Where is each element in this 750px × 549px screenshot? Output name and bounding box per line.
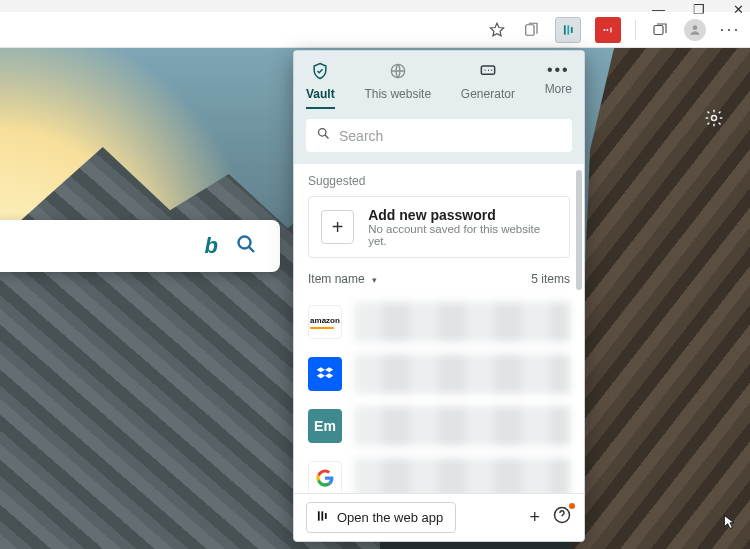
- em-favicon-icon: Em: [308, 409, 342, 443]
- open-web-app-button[interactable]: Open the web app: [306, 502, 456, 533]
- add-password-card[interactable]: + Add new password No account saved for …: [308, 196, 570, 258]
- tab-label: This website: [364, 87, 431, 101]
- popup-footer: Open the web app +: [294, 493, 584, 541]
- items-count: 5 items: [531, 272, 570, 286]
- tab-label: Vault: [306, 87, 335, 101]
- tab-this-website[interactable]: This website: [364, 61, 431, 109]
- add-password-subtitle: No account saved for this website yet.: [368, 223, 557, 247]
- item-details-redacted: [354, 458, 570, 493]
- svg-rect-14: [318, 511, 320, 520]
- items-list: amazon Em: [308, 296, 570, 493]
- item-details-redacted: [354, 302, 570, 342]
- tab-more[interactable]: ••• More: [545, 61, 572, 109]
- collections-icon[interactable]: [521, 20, 541, 40]
- svg-rect-2: [567, 25, 569, 34]
- titlebar: [0, 0, 750, 12]
- tabs-overview-icon[interactable]: [650, 20, 670, 40]
- list-item[interactable]: amazon: [308, 296, 570, 348]
- tab-generator[interactable]: Generator: [461, 61, 515, 109]
- svg-rect-3: [571, 27, 573, 33]
- open-web-app-label: Open the web app: [337, 510, 443, 525]
- help-button[interactable]: [552, 505, 572, 530]
- item-details-redacted: [354, 406, 570, 446]
- dashlane-popup: Vault This website Generator ••• More: [293, 50, 585, 542]
- svg-rect-16: [325, 513, 327, 519]
- window-maximize-icon[interactable]: ❐: [693, 2, 705, 17]
- google-favicon-icon: [308, 461, 342, 493]
- svg-point-13: [319, 129, 327, 137]
- suggested-heading: Suggested: [308, 174, 570, 188]
- svg-point-10: [239, 237, 251, 249]
- list-item[interactable]: [308, 348, 570, 400]
- globe-icon: [388, 61, 408, 84]
- scrollbar[interactable]: [576, 170, 582, 290]
- svg-point-4: [603, 29, 605, 31]
- add-password-title: Add new password: [368, 207, 557, 223]
- items-list-header: Item name ▾ 5 items: [308, 272, 570, 286]
- window-minimize-icon[interactable]: —: [652, 2, 665, 17]
- tab-vault[interactable]: Vault: [306, 61, 335, 109]
- popup-body: Suggested + Add new password No account …: [294, 164, 584, 493]
- popup-tabs: Vault This website Generator ••• More: [306, 61, 572, 109]
- svg-point-9: [712, 116, 717, 121]
- window-close-icon[interactable]: ✕: [733, 2, 744, 17]
- svg-rect-1: [564, 25, 566, 34]
- browser-menu-icon[interactable]: ···: [720, 20, 740, 40]
- profile-avatar[interactable]: [684, 19, 706, 41]
- more-icon: •••: [547, 61, 570, 79]
- page-settings-icon[interactable]: [704, 108, 724, 132]
- svg-point-5: [606, 29, 608, 31]
- svg-rect-0: [526, 24, 534, 35]
- tab-label: Generator: [461, 87, 515, 101]
- svg-rect-15: [321, 511, 323, 520]
- add-item-button[interactable]: +: [529, 507, 540, 528]
- sort-by-button[interactable]: Item name ▾: [308, 272, 377, 286]
- bing-logo-icon: b: [205, 233, 218, 259]
- favorites-icon[interactable]: [487, 20, 507, 40]
- popup-search[interactable]: [306, 119, 572, 152]
- svg-point-8: [693, 25, 698, 30]
- lastpass-extension-icon[interactable]: [595, 17, 621, 43]
- browser-toolbar: ···: [0, 12, 750, 48]
- list-item[interactable]: Em: [308, 400, 570, 452]
- dropbox-favicon-icon: [308, 357, 342, 391]
- window-controls: — ❐ ✕: [652, 2, 744, 17]
- generator-icon: [478, 61, 498, 84]
- newtab-search-box[interactable]: b: [0, 220, 280, 272]
- caret-down-icon: ▾: [372, 275, 377, 285]
- search-icon[interactable]: [234, 232, 258, 260]
- shield-icon: [310, 61, 330, 84]
- tab-label: More: [545, 82, 572, 96]
- search-icon: [316, 126, 331, 145]
- notification-dot-icon: [569, 503, 575, 509]
- amazon-favicon-icon: amazon: [308, 305, 342, 339]
- mouse-cursor-icon: [722, 514, 738, 535]
- svg-rect-7: [654, 25, 663, 34]
- svg-rect-6: [610, 27, 611, 32]
- search-input[interactable]: [339, 128, 562, 144]
- list-item[interactable]: [308, 452, 570, 493]
- item-details-redacted: [354, 354, 570, 394]
- dashlane-icon: [315, 509, 329, 526]
- toolbar-separator: [635, 20, 636, 40]
- plus-icon: +: [321, 210, 354, 244]
- dashlane-extension-icon[interactable]: [555, 17, 581, 43]
- popup-header: Vault This website Generator ••• More: [294, 51, 584, 164]
